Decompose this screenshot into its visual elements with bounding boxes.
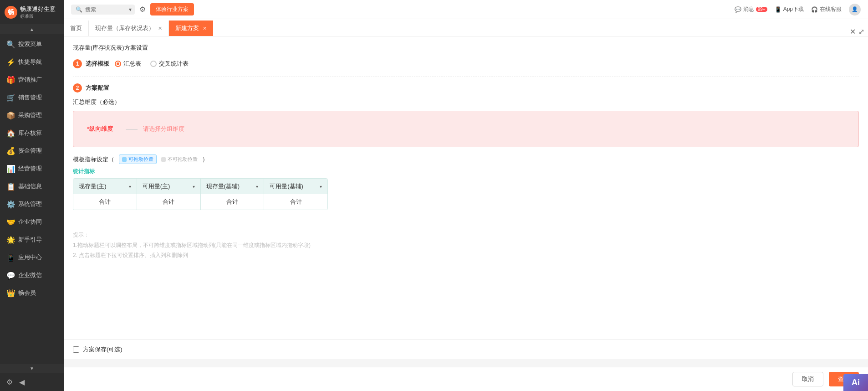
system-icon: ⚙️ [6, 200, 15, 209]
messages-icon: 💬 [735, 6, 741, 13]
sidebar-item-purchase[interactable]: 📦 采购管理 [0, 107, 64, 124]
trial-btn[interactable]: 体验行业方案 [150, 3, 194, 15]
sidebar-item-label: 企业微信 [18, 271, 42, 279]
scroll-down-btn[interactable]: ▼ [30, 366, 34, 371]
app-download-label: App下载 [783, 5, 804, 13]
headset-icon: 🎧 [811, 6, 818, 13]
sidebar-item-inventory[interactable]: 🏠 库存核算 [0, 124, 64, 142]
dimension-area[interactable]: *纵向维度 —— 请选择分组维度 [73, 111, 859, 147]
sidebar-item-label: 库存核算 [18, 129, 42, 137]
search-dropdown-btn[interactable]: ▾ [129, 6, 132, 13]
sidebar-item-base-info[interactable]: 📋 基础信息 [0, 178, 64, 196]
settings-icon[interactable]: ⚙ [139, 5, 146, 14]
top-header: 🔍 ▾ ⚙ 体验行业方案 💬 消息 99+ 📱 App下载 🎧 在线客服 [64, 0, 868, 19]
sidebar-item-label: 资金管理 [18, 147, 42, 155]
app-center-icon: 📱 [6, 253, 15, 262]
messages-badge: 99+ [756, 7, 767, 12]
sidebar-item-label: 系统管理 [18, 200, 42, 208]
stats-cell-4: 合计 [264, 194, 327, 210]
sidebar-item-label: 销售管理 [18, 93, 42, 102]
non-draggable-label: 不可拖动位置 [168, 156, 198, 163]
sidebar-item-label: 搜索菜单 [18, 40, 42, 48]
app-title: 畅康通好生意 [20, 5, 56, 13]
footer-actions: 取消 查询 [64, 367, 868, 391]
cancel-button[interactable]: 取消 [792, 372, 823, 386]
draggable-badge: 可拖动位置 [119, 154, 157, 164]
sidebar-item-quick-nav[interactable]: ⚡ 快捷导航 [0, 53, 64, 71]
save-option: 方案保存(可选) [64, 340, 868, 359]
app-download-group[interactable]: 📱 App下载 [775, 5, 804, 13]
stats-col-1[interactable]: 现存量(主) ▾ [73, 179, 137, 194]
section2-title: 方案配置 [86, 84, 109, 92]
footer-collapse-btn[interactable]: ◀ [19, 378, 25, 386]
app-download-icon: 📱 [775, 6, 781, 13]
sidebar-item-cooperation[interactable]: 🤝 企业协同 [0, 213, 64, 231]
content-area: 现存量(库存状况表)方案设置 1 选择模板 汇总表 [64, 36, 868, 367]
tips-title: 提示： [73, 231, 859, 239]
badge-dot-gray [161, 157, 166, 162]
sidebar-item-app-center[interactable]: 📱 应用中心 [0, 249, 64, 267]
sidebar-item-sales[interactable]: 🛒 销售管理 [0, 89, 64, 107]
stats-col-2-label: 可用量(主) [143, 182, 170, 190]
tip-item-2: 2. 点击标题栏下拉可设置排序、插入列和删除列 [73, 251, 859, 261]
sidebar-item-search[interactable]: 🔍 搜索菜单 [0, 36, 64, 53]
scroll-up-btn[interactable]: ▲ [30, 27, 34, 32]
save-checkbox[interactable] [73, 346, 79, 353]
tab-inventory-close-btn[interactable]: ✕ [158, 26, 162, 31]
sidebar-item-finance[interactable]: 💰 资金管理 [0, 142, 64, 160]
summary-dimension-title: 汇总维度（必选） [73, 98, 859, 106]
tab-new-plan-close-btn[interactable]: ✕ [203, 26, 207, 31]
messages-group[interactable]: 💬 消息 99+ [735, 5, 767, 13]
sidebar-item-label: 采购管理 [18, 111, 42, 119]
section1-num: 1 [73, 59, 82, 68]
tab-close-icon[interactable]: ✕ [850, 27, 856, 36]
app-logo: 畅 畅康通好生意 标准版 [0, 0, 64, 25]
sidebar-nav: 🔍 搜索菜单 ⚡ 快捷导航 🎁 营销推广 🛒 销售管理 📦 采购管理 🏠 库存核… [0, 34, 64, 364]
sidebar-item-member[interactable]: 👑 畅会员 [0, 284, 64, 302]
stats-table-header: 现存量(主) ▾ 可用量(主) ▾ 现存量(基辅) ▾ [73, 179, 327, 194]
sidebar-item-operations[interactable]: 📊 经营管理 [0, 160, 64, 178]
sidebar-item-marketing[interactable]: 🎁 营销推广 [0, 71, 64, 89]
header-left: 🔍 ▾ ⚙ 体验行业方案 [71, 3, 194, 15]
tab-expand-icon[interactable]: ⤢ [858, 27, 864, 36]
user-avatar[interactable]: 👤 [849, 4, 861, 15]
stats-col-2[interactable]: 可用量(主) ▾ [137, 179, 201, 194]
inventory-icon: 🏠 [6, 129, 15, 138]
section-plan-config: 2 方案配置 汇总维度（必选） *纵向维度 —— 请选择分组维度 模板指标设定（ [73, 77, 859, 260]
radio-cross[interactable]: 交叉统计表 [150, 60, 189, 68]
stats-col-3[interactable]: 现存量(基辅) ▾ [201, 179, 265, 194]
chevron-down-icon-3: ▾ [256, 184, 258, 189]
sidebar-footer: ⚙ ◀ [0, 373, 64, 391]
template-radio-group: 汇总表 交叉统计表 [115, 60, 189, 68]
sidebar-item-label: 营销推广 [18, 76, 42, 84]
sidebar-item-new-guide[interactable]: 🌟 新手引导 [0, 231, 64, 249]
stats-cell-1: 合计 [73, 194, 137, 210]
ai-badge[interactable]: Ai [843, 374, 868, 391]
tab-home[interactable]: 首页 [64, 21, 89, 36]
stats-col-4[interactable]: 可用量(基辅) ▾ [264, 179, 327, 194]
tab-bar: 首页 现存量（库存状况表） ✕ 新建方案 ✕ ✕ ⤢ [64, 19, 868, 36]
wechat-icon: 💬 [6, 271, 15, 280]
chevron-down-icon-2: ▾ [193, 184, 195, 189]
radio-summary[interactable]: 汇总表 [115, 60, 141, 68]
footer-settings-btn[interactable]: ⚙ [6, 378, 13, 386]
sidebar-item-system[interactable]: ⚙️ 系统管理 [0, 196, 64, 213]
tab-inventory-label: 现存量（库存状况表） [95, 24, 154, 32]
radio-cross-circle [150, 61, 157, 67]
sidebar-item-label: 基础信息 [18, 182, 42, 190]
chevron-down-icon-4: ▾ [320, 184, 322, 189]
member-icon: 👑 [6, 289, 15, 298]
sidebar-item-label: 畅会员 [18, 289, 36, 297]
sidebar-item-wechat[interactable]: 💬 企业微信 [0, 267, 64, 284]
new-guide-icon: 🌟 [6, 236, 15, 244]
dimension-placeholder: 请选择分组维度 [143, 125, 184, 133]
draggable-label: 可拖动位置 [128, 156, 153, 163]
tab-new-plan[interactable]: 新建方案 ✕ [169, 21, 213, 36]
tips-section: 提示： 1.拖动标题栏可以调整布局，不可跨维度或指标区域拖动列(只能在同一维度或… [73, 231, 859, 260]
section2-num: 2 [73, 83, 82, 93]
search-icon: 🔍 [6, 40, 15, 49]
search-input[interactable] [85, 6, 126, 13]
online-service-label: 在线客服 [820, 5, 842, 13]
online-service-group[interactable]: 🎧 在线客服 [811, 5, 842, 13]
tab-inventory-status[interactable]: 现存量（库存状况表） ✕ [89, 21, 169, 36]
